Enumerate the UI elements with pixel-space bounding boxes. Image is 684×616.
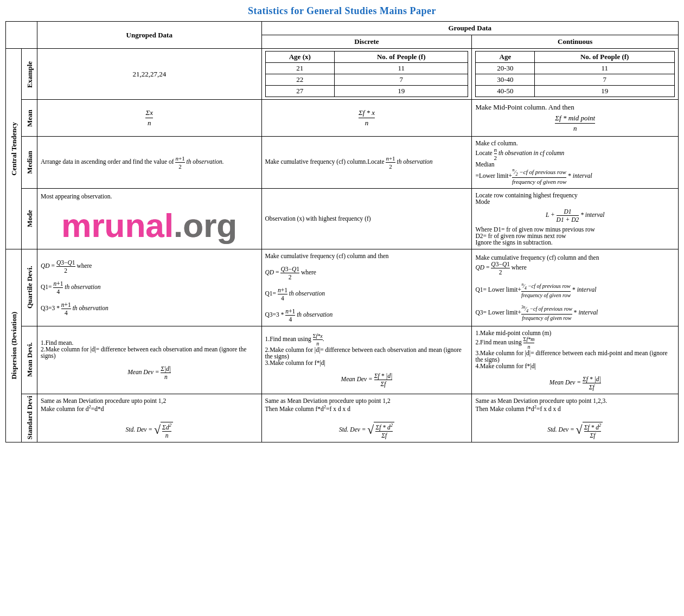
mean-devi-continuous: 1.Make mid-point column (m) 2.Find mean … xyxy=(472,326,679,394)
header-ungrouped: Ungroped Data xyxy=(37,22,262,49)
median-discrete: Make cumulative frequency (cf) column.Lo… xyxy=(261,137,472,189)
mode-label: Mode xyxy=(22,188,37,249)
quartile-label: Quartile Devi. xyxy=(22,249,37,326)
example-ungrouped: 21,22,27,24 xyxy=(37,49,262,100)
mean-continuous: Make Mid-Point column. And then Σf * mid… xyxy=(472,100,679,137)
header-continuous: Continuous xyxy=(472,35,679,49)
std-devi-ungrouped: Same as Mean Deviation procedure upto po… xyxy=(37,394,262,442)
mean-devi-label: Mean Devi. xyxy=(22,326,37,394)
quartile-continuous: Make cumulative frequency (cf) column an… xyxy=(472,249,679,326)
std-devi-discrete: Same as Mean Deviation procedure upto po… xyxy=(261,394,472,442)
page-title: Statistics for General Studies Mains Pap… xyxy=(5,5,679,17)
mean-devi-ungrouped: 1.Find mean. 2.Make column for |d|= diff… xyxy=(37,326,262,394)
main-table: Ungroped Data Grouped Data Discrete Cont… xyxy=(5,21,679,442)
example-continuous: AgeNo. of People (f) 20-3011 30-407 40-5… xyxy=(472,49,679,100)
quartile-ungrouped: QD = Q3−Q12 where Q1= n+14 th observatio… xyxy=(37,249,262,326)
median-ungrouped: Arrange data in ascending order and find… xyxy=(37,137,262,189)
mean-ungrouped: Σx n xyxy=(37,100,262,137)
header-grouped: Grouped Data xyxy=(261,22,679,35)
example-label: Example xyxy=(22,49,37,100)
dispersion-label: Dispersion (Deviation) xyxy=(6,249,22,442)
mean-devi-discrete: 1.Find mean using Σf*xn. 2.Make column f… xyxy=(261,326,472,394)
std-devi-label: Standard Devi xyxy=(22,394,37,442)
mode-continuous: Locate row containing highest frequency … xyxy=(472,188,679,249)
central-tendency-label: Central Tendency xyxy=(6,49,22,249)
median-continuous: Make cf column. Locate n2 th obsevation … xyxy=(472,137,679,189)
mode-ungrouped: Most appearing observation. mrunal.org xyxy=(37,188,262,249)
std-devi-continuous: Same as Mean Deviation procedure upto po… xyxy=(472,394,679,442)
example-discrete: Age (x)No. of People (f) 2111 227 2719 xyxy=(261,49,472,100)
median-label: Median xyxy=(22,137,37,189)
mode-discrete: Observation (x) with highest frequency (… xyxy=(261,188,472,249)
quartile-discrete: Make cumulative frequency (cf) column an… xyxy=(261,249,472,326)
mean-label: Mean xyxy=(22,100,37,137)
header-discrete: Discrete xyxy=(261,35,472,49)
mean-discrete: Σf * x n xyxy=(261,100,472,137)
